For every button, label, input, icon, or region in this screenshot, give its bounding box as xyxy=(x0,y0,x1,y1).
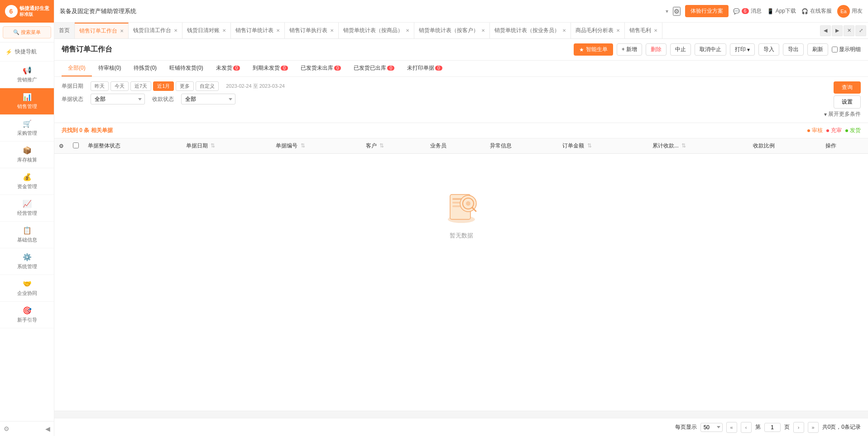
subtab-pending-pickup[interactable]: 待拣货(0) xyxy=(127,61,163,76)
expand-filter-btn[interactable]: ▾ 展开更多条件 xyxy=(824,110,861,118)
sidebar-item-enterprise-coop[interactable]: 🤝 企业协同 xyxy=(0,275,54,302)
message-btn[interactable]: 💬 6 消息 xyxy=(733,7,762,15)
payment-filter-select[interactable]: 全部 xyxy=(181,94,235,104)
sidebar-item-finance-mgmt[interactable]: 💰 资金管理 xyxy=(0,168,54,195)
settings-btn[interactable]: ⚙ xyxy=(673,7,681,16)
set-btn[interactable]: 设置 xyxy=(834,95,861,109)
tab-cash-daily[interactable]: 钱货日清工作台 ✕ xyxy=(129,23,182,39)
refresh-btn[interactable]: 刷新 xyxy=(807,43,828,56)
page-number-input[interactable] xyxy=(764,423,781,432)
cancel-stop-btn[interactable]: 取消中止 xyxy=(695,43,726,56)
system-title: 装备及固定资产辅助管理系统 xyxy=(60,7,661,15)
col-exception-header: 异常信息 xyxy=(485,138,558,154)
tab-close-icon[interactable]: ✕ xyxy=(222,28,226,33)
tab-close-icon[interactable]: ✕ xyxy=(276,28,280,33)
filter-today-btn[interactable]: 今天 xyxy=(110,81,129,91)
show-detail-checkbox[interactable]: 显示明细 xyxy=(832,46,861,53)
subtab-all[interactable]: 全部(0) xyxy=(62,61,92,76)
tab-maximize-btn[interactable]: ⤢ xyxy=(855,25,866,36)
tab-nav-next-btn[interactable]: ▶ xyxy=(832,25,843,36)
search-menu-button[interactable]: 🔍 搜索菜单 xyxy=(3,26,51,38)
tab-close-icon[interactable]: ✕ xyxy=(174,28,177,33)
sidebar-item-basic-info[interactable]: 📋 基础信息 xyxy=(0,222,54,248)
filter-custom-btn[interactable]: 自定义 xyxy=(196,81,219,91)
sidebar-item-marketing-promo[interactable]: 📢 营销推广 xyxy=(0,62,54,88)
subtab-pending-review[interactable]: 待审核(0) xyxy=(92,61,128,76)
col-date-header[interactable]: 单据日期 ⇅ xyxy=(182,138,272,154)
tab-home[interactable]: 首页 xyxy=(54,23,75,39)
sidebar-item-sys-mgmt[interactable]: ⚙️ 系统管理 xyxy=(0,248,54,275)
online-service-btn[interactable]: 🎧 在线客服 xyxy=(801,7,832,15)
col-number-header[interactable]: 单据编号 ⇅ xyxy=(271,138,361,154)
tab-close-icon[interactable]: ✕ xyxy=(406,28,409,33)
prev-page-btn[interactable]: ‹ xyxy=(741,422,752,433)
subtab-shipped-not-out[interactable]: 已发货未出库0 xyxy=(294,61,348,76)
tab-sales-order-stats[interactable]: 销售订单统计表 ✕ xyxy=(231,23,285,39)
first-page-btn[interactable]: « xyxy=(726,422,737,433)
add-btn[interactable]: + 新增 xyxy=(617,43,642,56)
tab-close-icon[interactable]: ✕ xyxy=(562,28,566,33)
industry-solution-btn[interactable]: 体验行业方案 xyxy=(685,5,729,17)
app-download-btn[interactable]: 📱 App下载 xyxy=(767,7,796,15)
sort-icon: ⇅ xyxy=(211,142,215,149)
stop-btn[interactable]: 中止 xyxy=(670,43,691,56)
delete-btn[interactable]: 删除 xyxy=(646,43,667,56)
last-page-btn[interactable]: » xyxy=(808,422,819,433)
subtab-overdue-not-shipped[interactable]: 到期未发货0 xyxy=(246,61,294,76)
next-page-btn[interactable]: › xyxy=(793,422,804,433)
status-filter-select[interactable]: 全部 xyxy=(91,94,145,104)
subtab-wangpu-pending[interactable]: 旺铺待发货(0) xyxy=(163,61,210,76)
tab-cash-reconcile[interactable]: 钱货日清对账 ✕ xyxy=(182,23,231,39)
sidebar-item-ops-mgmt[interactable]: 📈 经营管理 xyxy=(0,195,54,222)
subtab-shipped-out[interactable]: 已发货已出库0 xyxy=(347,61,401,76)
tab-sales-workbench[interactable]: 销售订单工作台 ✕ xyxy=(75,23,129,39)
col-customer-header[interactable]: 客户 ⇅ xyxy=(361,138,426,154)
table-scroll[interactable]: ⚙ 单据整体状态 单据日期 ⇅ xyxy=(54,138,868,411)
filter-7days-btn[interactable]: 近7天 xyxy=(130,81,151,91)
subtab-not-printed[interactable]: 未打印单据0 xyxy=(401,61,449,76)
export-btn[interactable]: 导出 xyxy=(783,43,804,56)
unreview-quick-btn[interactable]: 充审 xyxy=(826,127,842,134)
collapse-icon[interactable]: ◀ xyxy=(45,425,50,432)
tab-close-icon[interactable]: ✕ xyxy=(120,28,124,33)
dropdown-arrow-icon[interactable]: ▾ xyxy=(666,8,668,14)
review-quick-btn[interactable]: 审核 xyxy=(807,127,823,134)
sidebar-item-sales-mgmt[interactable]: 📊 销售管理 xyxy=(0,88,54,115)
tab-sales-stats-staff[interactable]: 销货单统计表（按业务员） ✕ xyxy=(490,23,571,39)
query-btn[interactable]: 查询 xyxy=(834,81,861,94)
col-amount-header[interactable]: 订单金额 ⇅ xyxy=(558,138,648,154)
import-btn[interactable]: 导入 xyxy=(758,43,779,56)
orange-dot xyxy=(807,129,810,132)
subtab-not-shipped[interactable]: 未发货0 xyxy=(210,61,247,76)
user-btn[interactable]: Ea 用友 xyxy=(837,5,863,18)
tab-product-margin[interactable]: 商品毛利分析表 ✕ xyxy=(571,23,625,39)
tab-close-icon[interactable]: ✕ xyxy=(330,28,334,33)
tab-sales-stats-product[interactable]: 销货单统计表（按商品） ✕ xyxy=(339,23,414,39)
per-page-select[interactable]: 50 100 200 xyxy=(700,423,723,432)
smart-create-btn[interactable]: ★ 智能生单 xyxy=(574,43,613,56)
sidebar-item-quick-nav[interactable]: ⚡ 快捷导航 xyxy=(4,45,50,58)
settings-col-icon[interactable]: ⚙ xyxy=(59,143,64,149)
col-staff-header[interactable]: 业务员 xyxy=(426,138,485,154)
tab-sales-more[interactable]: 销售毛利 ✕ xyxy=(625,23,662,39)
col-collected-header[interactable]: 累计收款... ⇅ xyxy=(648,138,748,154)
sidebar-item-purchase-mgmt[interactable]: 🛒 采购管理 xyxy=(0,115,54,142)
tab-close-current-btn[interactable]: ✕ xyxy=(844,25,854,36)
select-all-checkbox[interactable] xyxy=(73,142,79,148)
settings-icon[interactable]: ⚙ xyxy=(4,425,10,432)
sidebar-item-inventory-check[interactable]: 📦 库存核算 xyxy=(0,142,54,168)
sidebar-item-newbie-guide[interactable]: 🎯 新手引导 xyxy=(0,302,54,328)
filter-1month-btn[interactable]: 近1月 xyxy=(153,81,174,91)
print-btn[interactable]: 打印 ▾ xyxy=(730,43,755,56)
tab-sales-stats-customer[interactable]: 销货单统计表（按客户） ✕ xyxy=(414,23,490,39)
tab-close-icon[interactable]: ✕ xyxy=(616,28,620,33)
ship-quick-btn[interactable]: 发货 xyxy=(845,127,861,134)
tab-nav-prev-btn[interactable]: ◀ xyxy=(820,25,831,36)
filter-more-btn[interactable]: 更多 xyxy=(176,81,194,91)
show-detail-input[interactable] xyxy=(832,47,838,52)
filter-yesterday-btn[interactable]: 昨天 xyxy=(91,81,109,91)
tab-close-icon[interactable]: ✕ xyxy=(654,28,657,33)
tab-sales-order-exec[interactable]: 销售订单执行表 ✕ xyxy=(285,23,339,39)
horizontal-scrollbar[interactable] xyxy=(54,411,868,418)
tab-close-icon[interactable]: ✕ xyxy=(481,28,485,33)
